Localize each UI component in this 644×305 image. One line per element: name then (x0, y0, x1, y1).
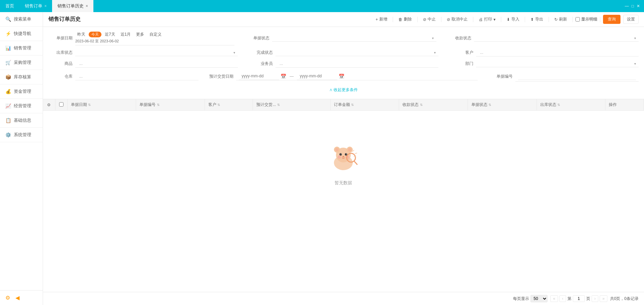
th-customer-label: 客户 (208, 102, 216, 107)
sidebar-item-basic-info[interactable]: 📋 基础信息 (0, 113, 43, 128)
th-expected-date[interactable]: 预计交货... ⇅ (253, 99, 330, 111)
payment-status-select[interactable]: ▾ (474, 35, 639, 42)
th-out-status-label: 出库状态 (540, 102, 556, 107)
per-page-label: 每页显示 (513, 296, 529, 302)
toolbar-divider-9 (600, 17, 600, 22)
next-page-button[interactable]: › (592, 295, 598, 302)
th-payment-status[interactable]: 收款状态 ⇅ (399, 99, 468, 111)
inventory-icon: 📦 (5, 74, 11, 80)
sidebar-settings-icon[interactable]: ⚙ (5, 295, 10, 301)
customer-label: 客户 (449, 50, 476, 55)
bill-status-select[interactable]: ▾ (272, 35, 437, 42)
date-today[interactable]: 今天 (89, 32, 101, 37)
add-button[interactable]: + 新增 (373, 15, 390, 24)
refresh-button[interactable]: ↻ 刷新 (552, 15, 570, 24)
collapse-row[interactable]: ∧ 收起更多条件 (48, 85, 639, 95)
sidebar-item-sales-mgmt[interactable]: 📊 销售管理 (0, 41, 43, 55)
svg-point-4 (335, 148, 339, 151)
maximize-btn[interactable]: □ (632, 4, 634, 8)
page-input[interactable] (573, 295, 585, 302)
bill-no-input[interactable] (518, 72, 636, 80)
th-bill-date-label: 单据日期 (71, 102, 87, 107)
table-area: ⚙ 单据日期 ⇅ 单据编号 ⇅ (43, 99, 644, 292)
sidebar-item-sys-mgmt[interactable]: ⚙️ 系统管理 (0, 128, 43, 142)
empty-state: 暂无数据 (43, 111, 644, 213)
th-bill-no[interactable]: 单据编号 ⇅ (136, 99, 205, 111)
stop-button[interactable]: ⊘ 中止 (420, 15, 438, 24)
sidebar-item-purchase-mgmt[interactable]: 🛒 采购管理 (0, 55, 43, 70)
warehouse-select[interactable]: ... (75, 73, 199, 80)
th-bill-date[interactable]: 单据日期 ⇅ (67, 99, 136, 111)
show-detail-checkbox-label[interactable]: 显示明细 (575, 16, 597, 22)
sidebar-item-search-menu[interactable]: 🔍 搜索菜单 (0, 12, 43, 27)
th-customer[interactable]: 客户 ⇅ (205, 99, 253, 111)
warehouse-ellipsis[interactable]: ... (78, 74, 84, 79)
settings-button[interactable]: 设置 (623, 15, 639, 24)
tab-home[interactable]: 首页 (0, 0, 19, 12)
date-yesterday[interactable]: 昨天 (75, 31, 87, 38)
sidebar-item-basic-info-label: 基础信息 (14, 117, 31, 123)
minimize-btn[interactable]: — (625, 4, 629, 8)
sidebar-bottom: ⚙ ◀ (0, 290, 43, 305)
sidebar-item-purchase-mgmt-label: 采购管理 (14, 60, 31, 66)
out-status-select[interactable]: ▾ (75, 49, 238, 56)
date-1month[interactable]: 近1月 (119, 31, 133, 38)
th-bill-status[interactable]: 单据状态 ⇅ (468, 99, 536, 111)
per-page-select[interactable]: 10 20 50 100 (530, 295, 548, 302)
expected-date-from[interactable] (239, 72, 279, 80)
complete-status-select[interactable]: ▾ (275, 49, 438, 56)
first-page-button[interactable]: « (550, 295, 558, 302)
tab-sales-order-close[interactable]: × (44, 4, 47, 8)
export-button[interactable]: ⬆ 导出 (528, 15, 546, 24)
expected-date-to[interactable] (297, 72, 337, 80)
svg-point-8 (341, 154, 341, 154)
close-btn[interactable]: ✕ (637, 4, 640, 8)
print-button[interactable]: 🖨 打印 ▾ (476, 15, 498, 24)
salesperson-label: 业务员 (249, 61, 275, 67)
export-label: 导出 (535, 16, 543, 22)
import-button[interactable]: ⬇ 导入 (504, 15, 522, 24)
sidebar-item-quick-nav[interactable]: ⚡ 快捷导航 (0, 27, 43, 41)
goods-ellipsis[interactable]: ... (78, 61, 84, 66)
add-label: 新增 (379, 16, 387, 22)
svg-line-17 (354, 156, 356, 157)
calendar-to-icon[interactable]: 📅 (339, 74, 344, 79)
table-settings-icon[interactable]: ⚙ (47, 103, 51, 107)
cancel-stop-button[interactable]: ⊘ 取消中止 (444, 15, 470, 24)
stop-icon: ⊘ (423, 17, 426, 22)
date-7days[interactable]: 近7天 (103, 31, 117, 38)
delete-button[interactable]: 🗑 删除 (396, 15, 415, 24)
last-page-button[interactable]: » (600, 295, 607, 302)
tab-sales-order[interactable]: 销售订单 × (19, 0, 52, 12)
sidebar-item-finance[interactable]: 💰 资金管理 (0, 84, 43, 99)
th-out-status[interactable]: 出库状态 ⇅ (536, 99, 605, 111)
select-all-checkbox[interactable] (59, 102, 63, 107)
window-controls: — □ ✕ (625, 4, 644, 8)
page-title: 销售订单历史 (48, 16, 81, 23)
top-bar: 首页 销售订单 × 销售订单历史 × — □ ✕ (0, 0, 644, 12)
customer-select[interactable]: ... (476, 49, 639, 56)
complete-status-chevron-icon: ▾ (434, 51, 436, 54)
salesperson-ellipsis[interactable]: ... (278, 61, 284, 66)
add-icon: + (376, 17, 378, 22)
query-label: 查询 (608, 16, 616, 22)
th-order-amount[interactable]: 订单金额 ⇅ (330, 99, 399, 111)
sidebar-item-operation[interactable]: 📈 经营管理 (0, 99, 43, 113)
tab-sales-order-history[interactable]: 销售订单历史 × (52, 0, 93, 12)
date-more[interactable]: 更多 (134, 31, 146, 38)
sort-out-status-icon: ⇅ (557, 103, 560, 107)
tab-sales-order-history-close[interactable]: × (86, 4, 88, 8)
date-custom[interactable]: 自定义 (147, 31, 164, 38)
prev-page-button[interactable]: ‹ (559, 295, 566, 302)
dept-select[interactable]: ▾ (476, 61, 639, 67)
th-payment-status-label: 收款状态 (402, 102, 419, 107)
goods-select[interactable]: ... (75, 60, 238, 68)
sidebar-collapse-icon[interactable]: ◀ (15, 295, 19, 301)
calendar-from-icon[interactable]: 📅 (281, 74, 286, 79)
customer-ellipsis[interactable]: ... (479, 50, 485, 55)
show-detail-checkbox[interactable] (575, 17, 580, 22)
salesperson-select[interactable]: ... (275, 60, 438, 68)
total-label: 共0页，0条记录 (610, 296, 639, 302)
query-button[interactable]: 查询 (603, 15, 620, 24)
sidebar-item-inventory[interactable]: 📦 库存核算 (0, 70, 43, 84)
